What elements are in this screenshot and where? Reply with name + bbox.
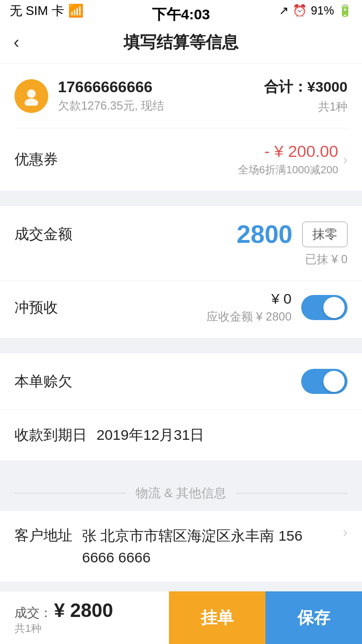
duedate-value: 2019年12月31日 bbox=[97, 425, 204, 445]
duedate-section: 收款到期日 2019年12月31日 bbox=[0, 409, 362, 461]
logistics-line-left bbox=[14, 493, 126, 493]
debt-label: 本单赊欠 bbox=[14, 372, 72, 392]
address-chevron-icon: › bbox=[343, 525, 348, 540]
round-button[interactable]: 抹零 bbox=[302, 222, 348, 247]
section-separator-2 bbox=[0, 346, 362, 353]
logistics-header: 物流 & 其他信息 bbox=[0, 475, 362, 511]
battery-icon: 🔋 bbox=[338, 4, 352, 17]
amount-sub: 已抹 ¥ 0 bbox=[14, 252, 348, 267]
prepaid-section: 冲预收 ¥ 0 应收金额 ¥ 2800 bbox=[0, 280, 362, 338]
wifi-icon: 📶 bbox=[68, 3, 84, 18]
amount-section: 成交金额 2800 抹零 已抹 ¥ 0 bbox=[0, 206, 362, 280]
page-header: ‹ 填写结算等信息 bbox=[0, 21, 362, 64]
prepaid-row: 冲预收 ¥ 0 应收金额 ¥ 2800 bbox=[14, 291, 348, 324]
logistics-sep bbox=[0, 468, 362, 475]
prepaid-toggle[interactable] bbox=[301, 295, 348, 320]
customer-card: 17666666666 欠款1276.35元, 现结 合计：¥3000 共1种 … bbox=[0, 64, 362, 191]
amount-label: 成交金额 bbox=[14, 224, 72, 244]
debt-card: 本单赊欠 收款到期日 2019年12月31日 bbox=[0, 353, 362, 461]
address-label: 客户地址 bbox=[14, 525, 72, 546]
bottom-bar: 成交： ¥ 2800 共1种 挂单 保存 bbox=[0, 591, 362, 644]
coupon-discount: - ¥ 200.00 bbox=[238, 142, 338, 161]
section-separator-1 bbox=[0, 198, 362, 206]
total-count: 共1种 bbox=[264, 99, 348, 114]
coupon-row[interactable]: 优惠券 - ¥ 200.00 全场6折满1000减200 › bbox=[0, 128, 362, 191]
alarm-icon: ⏰ bbox=[292, 4, 307, 17]
coupon-desc: 全场6折满1000减200 bbox=[238, 163, 338, 177]
amount-right: 2800 抹零 bbox=[237, 220, 348, 249]
prepaid-amounts: ¥ 0 应收金额 ¥ 2800 bbox=[207, 291, 292, 324]
location-icon: ↗ bbox=[279, 4, 289, 17]
duedate-label: 收款到期日 bbox=[14, 425, 87, 445]
pending-button[interactable]: 挂单 bbox=[169, 591, 265, 644]
coupon-right: - ¥ 200.00 全场6折满1000减200 bbox=[238, 142, 338, 177]
svg-point-1 bbox=[25, 98, 38, 106]
logistics-line-right bbox=[236, 493, 348, 493]
amount-card: 成交金额 2800 抹零 已抹 ¥ 0 冲预收 ¥ 0 应收金额 ¥ 2800 bbox=[0, 206, 362, 338]
bottom-amount: ¥ 2800 bbox=[54, 600, 113, 621]
coupon-label: 优惠券 bbox=[14, 150, 58, 169]
chevron-right-icon: › bbox=[343, 152, 348, 168]
customer-phone: 17666666666 bbox=[58, 78, 164, 96]
bottom-summary: 成交： ¥ 2800 共1种 bbox=[0, 600, 169, 636]
toggle-knob bbox=[323, 297, 345, 318]
content-area: 17666666666 欠款1276.35元, 现结 合计：¥3000 共1种 … bbox=[0, 64, 362, 644]
battery-text: 91% bbox=[311, 4, 334, 17]
address-section[interactable]: 客户地址 张 北京市市辖区海淀区永丰南 156 6666 6666 › bbox=[0, 511, 362, 582]
total-amount: 合计：¥3000 bbox=[264, 77, 348, 97]
debt-section: 本单赊欠 bbox=[0, 353, 362, 409]
back-button[interactable]: ‹ bbox=[14, 32, 19, 53]
prepaid-sub: 应收金额 ¥ 2800 bbox=[207, 309, 292, 324]
page-title: 填写结算等信息 bbox=[124, 31, 238, 54]
debt-toggle[interactable] bbox=[301, 369, 348, 394]
carrier-text: 无 SIM 卡 bbox=[10, 2, 64, 19]
svg-point-0 bbox=[27, 89, 36, 98]
avatar bbox=[14, 79, 48, 113]
customer-left: 17666666666 欠款1276.35元, 现结 bbox=[14, 78, 164, 113]
address-card: 客户地址 张 北京市市辖区海淀区永丰南 156 6666 6666 › bbox=[0, 511, 362, 582]
bottom-deal-label: 成交： bbox=[14, 604, 52, 621]
status-right: ↗ ⏰ 91% 🔋 bbox=[279, 4, 352, 17]
customer-info: 17666666666 欠款1276.35元, 现结 bbox=[58, 78, 164, 113]
status-left: 无 SIM 卡 📶 bbox=[10, 2, 84, 19]
prepaid-label: 冲预收 bbox=[14, 298, 58, 318]
prepaid-amount: ¥ 0 bbox=[207, 291, 292, 307]
customer-sub: 欠款1276.35元, 现结 bbox=[58, 98, 164, 113]
debt-toggle-knob bbox=[323, 371, 345, 392]
address-value: 张 北京市市辖区海淀区永丰南 156 6666 6666 bbox=[82, 525, 334, 568]
status-bar: 无 SIM 卡 📶 下午4:03 ↗ ⏰ 91% 🔋 bbox=[0, 0, 362, 21]
customer-row: 17666666666 欠款1276.35元, 现结 合计：¥3000 共1种 bbox=[0, 64, 362, 128]
amount-row: 成交金额 2800 抹零 bbox=[14, 220, 348, 249]
customer-right: 合计：¥3000 共1种 bbox=[264, 77, 348, 114]
bottom-count: 共1种 bbox=[14, 621, 154, 636]
amount-value: 2800 bbox=[237, 220, 292, 249]
logistics-title: 物流 & 其他信息 bbox=[136, 485, 226, 502]
save-button[interactable]: 保存 bbox=[265, 591, 362, 644]
prepaid-right: ¥ 0 应收金额 ¥ 2800 bbox=[207, 291, 348, 324]
